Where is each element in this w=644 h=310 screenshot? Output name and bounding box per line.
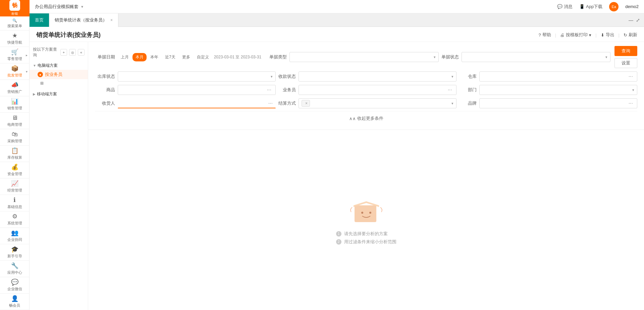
receiver-dots[interactable]: ··· [267, 100, 274, 106]
collapse-button[interactable]: ∧∧ 收起更多条件 [349, 113, 383, 123]
date-tab-7days[interactable]: 近7天 [162, 53, 178, 61]
settle-tag-close[interactable]: × [305, 101, 308, 106]
sidebar-item-marketing[interactable]: 📣 营销推广 [0, 80, 30, 96]
warehouse-input[interactable]: ··· [479, 71, 637, 82]
tab-sales-stats[interactable]: 销货单统计表（按业务员） × [49, 13, 118, 27]
sidebar-item-quicknav[interactable]: ★ 快捷导航 [0, 31, 30, 47]
query-button[interactable]: 查询 [614, 46, 637, 56]
sidebar-item-inventory[interactable]: 📋 库存核算 [0, 146, 30, 162]
message-button[interactable]: 💬 消息 [557, 4, 573, 10]
export-button[interactable]: ⬇ 导出 [601, 32, 614, 38]
group-expand-arrow: ▼ [33, 64, 36, 67]
empty-steps: 1 请先选择要分析的方案 2 用过滤条件来缩小分析范围 [336, 231, 396, 245]
scheme-by-salesman[interactable]: ● 按业务员 [30, 70, 88, 79]
divider-3: | [619, 33, 620, 38]
goods-label: 商品 [95, 87, 118, 93]
help-icon: ? [539, 33, 541, 38]
scheme-by-order[interactable]: ⊞ [30, 79, 88, 87]
tab-close-icon[interactable]: × [110, 18, 113, 22]
search-menu-item[interactable]: 🔍 搜索菜单 [0, 16, 30, 31]
set-button[interactable]: 设置 [614, 58, 637, 68]
user-avatar[interactable]: Ea [609, 2, 619, 11]
brand-input[interactable]: ··· [479, 98, 637, 108]
retail-icon: 🛒 [11, 48, 18, 56]
out-status-label: 出库状态 [95, 73, 118, 80]
receiver-input[interactable]: ··· [118, 98, 276, 108]
scheme-group-pc-title[interactable]: ▼ 电脑端方案 [30, 61, 88, 70]
sidebar-item-finance[interactable]: 💰 资金管理 [0, 162, 30, 178]
date-tab-this-month[interactable]: 本月 [132, 53, 147, 61]
settle-method-input[interactable]: × ▾ [299, 98, 457, 108]
date-tab-this-year[interactable]: 本年 [147, 53, 161, 61]
date-label: 单据日期 [95, 54, 118, 60]
sidebar-item-beginner[interactable]: 🎓 新手引导 [0, 244, 30, 261]
inventory-icon: 📋 [11, 147, 18, 154]
date-tab-custom[interactable]: 自定义 [194, 53, 212, 61]
app-logo[interactable]: 畅 标银 [0, 0, 30, 16]
filter-goods-field: 商品 ··· [95, 85, 276, 95]
right-panel: 单据日期 上月 本月 本年 近7天 更多 自定义 2023-03-01 至 20… [88, 42, 644, 310]
message-icon: 💬 [557, 4, 562, 9]
sidebar-item-system[interactable]: ⚙ 系统管理 [0, 211, 30, 228]
goods-input[interactable]: ··· [118, 85, 276, 95]
add-scheme-button[interactable]: + [60, 49, 67, 56]
system-icon: ⚙ [12, 213, 17, 220]
sidebar-item-purchase[interactable]: 🛍 采购管理 [0, 129, 30, 146]
dept-select[interactable]: ▾ [479, 85, 637, 95]
template-print-button[interactable]: 🖨 按模板打印 ▾ [560, 32, 591, 38]
doc-status-arrow: ▾ [605, 55, 607, 59]
circle-icon: ◎ [71, 51, 74, 54]
sidebar-item-enterprise[interactable]: 👥 企业协同 [0, 228, 30, 244]
filter-out-status-field: 出库状态 ▾ [95, 71, 276, 82]
left-panel-icons: + ◎ « [60, 49, 85, 56]
group-expand-arrow-mobile: ▶ [33, 92, 36, 96]
subtitle-dropdown-arrow[interactable]: ▾ [81, 4, 83, 9]
divider-1: | [555, 33, 556, 38]
sidebar-item-retail[interactable]: 🛒 零售管理 ▸ [0, 47, 30, 63]
app-download-button[interactable]: 📱 App下载 [579, 4, 602, 10]
filter-brand-field: 品牌 ··· [457, 98, 637, 108]
purchase-icon: 🛍 [12, 131, 18, 138]
empty-illustration [350, 195, 383, 225]
beginner-icon: 🎓 [11, 246, 18, 253]
date-tab-more[interactable]: 更多 [179, 53, 193, 61]
search-icon: 🔍 [12, 18, 17, 23]
sidebar-item-basic-info[interactable]: ℹ 基础信息 [0, 195, 30, 211]
date-tab-last-month[interactable]: 上月 [118, 53, 132, 61]
goods-dots[interactable]: ··· [266, 87, 273, 93]
scheme-group-pc: ▼ 电脑端方案 ● 按业务员 ⊞ [30, 60, 88, 89]
collapse-panel-button[interactable]: « [78, 49, 85, 56]
doc-status-select[interactable]: ▾ [462, 52, 610, 62]
warehouse-dots[interactable]: ··· [627, 73, 634, 80]
help-button[interactable]: ? 帮助 [539, 32, 551, 38]
refresh-button[interactable]: ↻ 刷新 [624, 32, 637, 38]
logo-text: 标银 [11, 11, 18, 16]
salesman-input[interactable]: ··· [299, 85, 457, 95]
scheme-group-mobile-title[interactable]: ▶ 移动端方案 [30, 90, 88, 98]
sidebar-item-member[interactable]: 👤 畅会员 [0, 294, 30, 310]
dept-label: 部门 [457, 87, 479, 93]
sidebar-item-wholesale[interactable]: 📦 批发管理 ▾ [0, 63, 30, 80]
doc-type-select[interactable]: ▾ [289, 52, 438, 62]
top-header: 办公用品行业模拟账套 ▾ 💬 消息 📱 App下载 Ea demo2 [30, 0, 644, 13]
tab-minimize-icon[interactable]: — [629, 17, 633, 23]
sidebar-item-wechat[interactable]: 💬 企业微信 [0, 277, 30, 294]
sidebar-item-sales[interactable]: 📊 销售管理 [0, 96, 30, 113]
brand-dots[interactable]: ··· [627, 100, 634, 106]
header-left: 办公用品行业模拟账套 ▾ [35, 4, 83, 10]
salesman-dots[interactable]: ··· [446, 87, 453, 93]
svg-point-2 [361, 212, 363, 214]
page-content: 销货单统计表(按业务员) ? 帮助 | 🖨 按模板打印 ▾ | ⬇ [30, 27, 644, 310]
tab-expand-icon[interactable]: ⤢ [636, 17, 640, 23]
payment-status-select[interactable]: ▾ [299, 71, 457, 82]
member-icon: 👤 [11, 295, 18, 302]
edit-scheme-button[interactable]: ◎ [69, 49, 76, 56]
sidebar-item-operations[interactable]: 📈 经营管理 [0, 178, 30, 195]
tab-home[interactable]: 首页 [30, 13, 49, 27]
brand-label: 品牌 [457, 100, 479, 106]
scheme-group-mobile: ▶ 移动端方案 [30, 89, 88, 100]
sidebar-item-app-center[interactable]: 🔧 应用中心 [0, 261, 30, 277]
out-status-select[interactable]: ▾ [118, 71, 276, 82]
user-name[interactable]: demo2 [625, 4, 639, 9]
sidebar-item-ecommerce[interactable]: 🖥 电商管理 [0, 113, 30, 129]
